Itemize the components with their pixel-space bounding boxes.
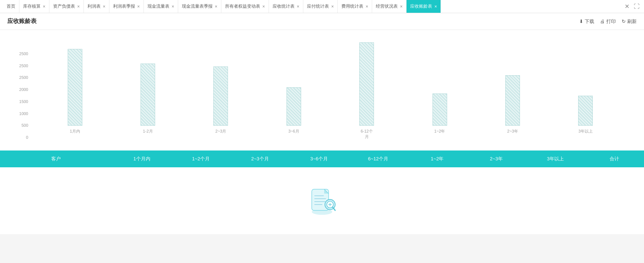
x-label-1-2month: 1-2月 [141,129,155,140]
bar-1month [68,49,82,126]
bar-3-6month [287,87,301,126]
bar-group-6-12month [359,42,374,126]
tab-close-profit-quarter[interactable]: × [137,4,140,9]
x-label-2-3year: 2~3年 [505,129,520,140]
refresh-button[interactable]: ↻ 刷新 [622,18,637,25]
y-label-500: 500 [22,123,28,127]
bar-group-1-2month [141,64,155,126]
tab-close-ar-stat[interactable]: × [297,4,299,9]
tab-close-expense-stat[interactable]: × [366,4,368,9]
download-icon: ⬇ [579,19,583,24]
header-actions: ⬇ 下载 🖨 打印 ↻ 刷新 [579,18,637,25]
tab-close-balance[interactable]: × [77,4,80,9]
x-label-2-3month: 2~3月 [213,129,228,140]
tab-ar-stat[interactable]: 应收统计表 × [269,0,303,13]
col-header-1-2month: 1~2个月 [171,150,230,167]
chart-plot: 1月内 1-2月 2~3月 3~6月 6-12个月 1~2年 2~3年 3年以上 [31,126,629,140]
bar-group-1month [68,49,82,126]
y-label-2500b: 2500 [19,64,28,68]
bar-group-3plus [578,96,593,126]
tab-expense-stat[interactable]: 费用统计表 × [338,0,372,13]
tab-close-profit[interactable]: × [103,4,105,9]
tab-ops-status[interactable]: 经营状况表 × [372,0,407,13]
refresh-icon: ↻ [622,19,626,24]
chart-area: 0 500 1000 1500 2000 2500 2500 2500 [0,30,644,150]
y-label-0: 0 [26,136,28,140]
y-label-1000: 1000 [19,112,28,116]
tab-home[interactable]: 首页 [3,0,19,13]
chart-y-axis: 0 500 1000 1500 2000 2500 2500 2500 [15,52,31,140]
y-label-2000: 2000 [19,88,28,92]
empty-state [0,167,644,234]
chart-x-labels: 1月内 1-2月 2~3月 3~6月 6-12个月 1~2年 2~3年 3年以上 [31,126,629,140]
col-header-2-3year: 2~3年 [467,150,526,167]
col-header-total: 合计 [585,150,644,167]
tab-close-cashflow[interactable]: × [172,4,174,9]
tab-profit[interactable]: 利润表 × [84,0,109,13]
tab-profit-quarter[interactable]: 利润表季报 × [109,0,144,13]
chart-container: 0 500 1000 1500 2000 2500 2500 2500 [15,37,629,140]
tab-close-ar-aging[interactable]: × [434,4,437,9]
y-label-1500: 1500 [19,100,28,104]
bar-2-3month [213,66,228,126]
bar-2-3year [505,75,520,126]
tab-ar-aging[interactable]: 应收账龄表 × [407,0,441,13]
x-label-3plus: 3年以上 [578,129,593,140]
page-header: 应收账龄表 ⬇ 下载 🖨 打印 ↻ 刷新 [0,13,644,30]
print-icon: 🖨 [600,19,605,24]
x-label-3-6month: 3~6月 [287,129,301,140]
bar-group-2-3year [505,75,520,126]
x-label-1month: 1月内 [68,129,82,140]
bar-1-2month [141,64,155,126]
bar-3plus [578,96,593,126]
empty-state-icon [304,182,340,220]
col-header-3-6month: 3~6个月 [289,150,348,167]
x-label-6-12month: 6-12个月 [359,129,374,140]
y-label-2500a: 2500 [19,76,28,80]
col-header-1month: 1个月内 [112,150,171,167]
tab-ap-stat[interactable]: 应付统计表 × [303,0,338,13]
tab-close-inventory[interactable]: × [43,4,45,9]
tab-cashflow-quarter[interactable]: 现金流量表季报 × [178,0,221,13]
window-controls: ✕ ⛶ [623,1,641,11]
page-title: 应收账龄表 [7,18,37,25]
download-button[interactable]: ⬇ 下载 [579,18,594,25]
col-header-6-12month: 6~12个月 [349,150,408,167]
tab-close-equity[interactable]: × [262,4,265,9]
tab-inventory[interactable]: 库存核算 × [19,0,49,13]
tab-close-cashflow-quarter[interactable]: × [215,4,217,9]
tab-close-ops-status[interactable]: × [400,4,402,9]
col-header-2-3month: 2~3个月 [231,150,289,167]
tab-equity[interactable]: 所有者权益变动表 × [221,0,269,13]
tab-bar: 首页 库存核算 × 资产负债表 × 利润表 × 利润表季报 × 现金流量表 × … [0,0,644,13]
col-header-3plus: 3年以上 [526,150,585,167]
main-content: 0 500 1000 1500 2000 2500 2500 2500 [0,30,644,234]
tab-cashflow[interactable]: 现金流量表 × [144,0,178,13]
bar-group-1-2year [433,94,447,126]
tab-balance[interactable]: 资产负债表 × [49,0,84,13]
table-header: 客户 1个月内 1~2个月 2~3个月 3~6个月 6~12个月 1~2年 2~… [0,150,644,167]
window-maximize-button[interactable]: ⛶ [632,2,641,11]
bar-1-2year [433,94,447,126]
y-label-2500c: 2500 [19,52,28,56]
bar-6-12month [359,42,374,126]
window-close-button[interactable]: ✕ [623,1,631,11]
col-header-customer: 客户 [0,150,112,167]
bar-group-3-6month [287,87,301,126]
tab-close-ap-stat[interactable]: × [331,4,334,9]
bar-group-2-3month [213,66,228,126]
col-header-1-2year: 1~2年 [408,150,467,167]
print-button[interactable]: 🖨 打印 [600,18,616,25]
x-label-1-2year: 1~2年 [433,129,447,140]
